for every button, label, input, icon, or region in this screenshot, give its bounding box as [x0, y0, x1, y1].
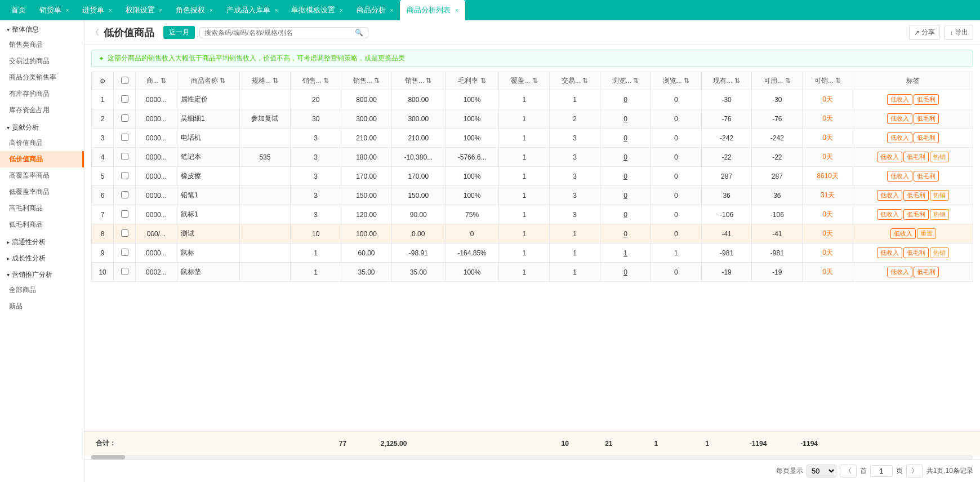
- sidebar-group-contribution[interactable]: ▾ 贡献分析: [0, 118, 84, 135]
- nav-sales[interactable]: 销货单 ×: [33, 0, 75, 20]
- nav-close-analysis-list[interactable]: ×: [455, 7, 458, 14]
- search-input[interactable]: [204, 29, 355, 37]
- row-select-checkbox[interactable]: [121, 191, 128, 198]
- sidebar-item-capital[interactable]: 库存资金占用: [0, 102, 84, 118]
- nav-product-analysis[interactable]: 商品分析 ×: [350, 0, 400, 20]
- nav-roles[interactable]: 角色授权 ×: [169, 0, 219, 20]
- search-icon[interactable]: 🔍: [355, 29, 363, 37]
- browse-link[interactable]: 0: [623, 192, 627, 200]
- sidebar-item-high-value[interactable]: 高价值商品: [0, 135, 84, 151]
- row-select-checkbox[interactable]: [121, 172, 128, 179]
- col-qty[interactable]: 销售... ⇅: [291, 72, 341, 90]
- col-checkbox[interactable]: [114, 72, 136, 90]
- browse-link[interactable]: 1: [623, 249, 627, 257]
- row-browse1[interactable]: 0: [600, 167, 651, 186]
- row-browse1[interactable]: 0: [600, 205, 651, 224]
- row-checkbox[interactable]: [114, 129, 136, 148]
- row-select-checkbox[interactable]: [121, 134, 128, 141]
- row-browse1[interactable]: 0: [600, 129, 651, 148]
- col-sale2[interactable]: 销售... ⇅: [391, 72, 445, 90]
- nav-close-sales[interactable]: ×: [66, 7, 69, 14]
- browse-link[interactable]: 0: [623, 153, 627, 161]
- col-tags[interactable]: 标签: [853, 72, 973, 90]
- row-checkbox[interactable]: [114, 263, 136, 282]
- per-page-select[interactable]: 50 20 100: [807, 465, 836, 477]
- col-browse1[interactable]: 浏览... ⇅: [600, 72, 651, 90]
- sidebar-item-category-rate[interactable]: 商品分类销售率: [0, 69, 84, 86]
- nav-home[interactable]: 首页: [5, 0, 33, 20]
- row-browse1[interactable]: 0: [600, 263, 651, 282]
- nav-purchase[interactable]: 进货单 ×: [75, 0, 118, 20]
- col-spec[interactable]: 规格... ⇅: [239, 72, 291, 90]
- col-gear[interactable]: ⚙: [92, 72, 114, 90]
- row-checkbox[interactable]: [114, 244, 136, 263]
- nav-template[interactable]: 单据模板设置 ×: [284, 0, 349, 20]
- share-button[interactable]: ↗ 分享: [909, 25, 940, 40]
- nav-permissions[interactable]: 权限设置 ×: [119, 0, 169, 20]
- sidebar-item-low-margin[interactable]: 低毛利商品: [0, 216, 84, 233]
- row-checkbox[interactable]: [114, 90, 136, 109]
- browse-link[interactable]: 0: [623, 173, 627, 180]
- row-checkbox[interactable]: [114, 186, 136, 205]
- select-all-checkbox[interactable]: [121, 77, 128, 84]
- col-code[interactable]: 商... ⇅: [135, 72, 177, 90]
- nav-close-analysis[interactable]: ×: [390, 7, 393, 14]
- browse-link[interactable]: 0: [623, 230, 627, 238]
- col-cover[interactable]: 覆盖... ⇅: [499, 72, 550, 90]
- col-avail[interactable]: 可用... ⇅: [752, 72, 803, 90]
- sidebar-item-traded-products[interactable]: 交易过的商品: [0, 53, 84, 69]
- row-checkbox[interactable]: [114, 109, 136, 129]
- row-browse1[interactable]: 0: [600, 186, 651, 205]
- row-select-checkbox[interactable]: [121, 114, 128, 122]
- row-select-checkbox[interactable]: [121, 210, 128, 218]
- sidebar-group-circulation[interactable]: ▸ 流通性分析: [0, 233, 84, 249]
- sidebar-item-sales-products[interactable]: 销售类商品: [0, 37, 84, 53]
- col-sale1[interactable]: 销售... ⇅: [341, 72, 392, 90]
- browse-link[interactable]: 0: [623, 268, 627, 276]
- sidebar-item-high-margin[interactable]: 高毛利商品: [0, 200, 84, 216]
- col-gross[interactable]: 毛利率 ⇅: [445, 72, 499, 90]
- nav-close-template[interactable]: ×: [340, 7, 343, 14]
- row-browse1[interactable]: 0: [600, 148, 651, 167]
- row-select-checkbox[interactable]: [121, 153, 128, 160]
- col-trade[interactable]: 交易... ⇅: [550, 72, 600, 90]
- nav-close-roles[interactable]: ×: [210, 7, 213, 14]
- row-select-checkbox[interactable]: [121, 95, 128, 103]
- row-checkbox[interactable]: [114, 205, 136, 224]
- nav-close-purchase[interactable]: ×: [109, 7, 112, 14]
- next-page-button[interactable]: 〉: [906, 465, 923, 477]
- col-name[interactable]: 商品名称 ⇅: [177, 72, 239, 90]
- sidebar-item-low-value[interactable]: 低价值商品: [0, 151, 84, 167]
- export-button[interactable]: ↓ 导出: [945, 25, 973, 40]
- row-select-checkbox[interactable]: [121, 268, 128, 275]
- sidebar-group-marketing[interactable]: ▾ 营销推广分析: [0, 266, 84, 282]
- scrollbar-thumb[interactable]: [91, 455, 125, 459]
- row-checkbox[interactable]: [114, 224, 136, 244]
- collapse-sidebar-button[interactable]: 《: [91, 28, 99, 38]
- sidebar-item-low-coverage[interactable]: 低覆盖率商品: [0, 184, 84, 200]
- sidebar-group-overall[interactable]: ▾ 整体信息: [0, 20, 84, 37]
- nav-product-stock[interactable]: 产成品入库单 ×: [220, 0, 284, 20]
- nav-close-permissions[interactable]: ×: [159, 7, 163, 14]
- col-stock[interactable]: 现有... ⇅: [701, 72, 752, 90]
- browse-link[interactable]: 0: [623, 134, 627, 142]
- nav-product-analysis-list[interactable]: 商品分析列表 ×: [400, 0, 465, 20]
- row-browse1[interactable]: 0: [600, 90, 651, 109]
- row-select-checkbox[interactable]: [121, 249, 128, 256]
- sidebar-group-growth[interactable]: ▸ 成长性分析: [0, 249, 84, 266]
- row-checkbox[interactable]: [114, 148, 136, 167]
- nav-close-product-stock[interactable]: ×: [275, 7, 278, 14]
- browse-link[interactable]: 0: [623, 96, 627, 104]
- browse-link[interactable]: 0: [623, 115, 627, 123]
- row-browse1[interactable]: 0: [600, 109, 651, 129]
- sidebar-item-new-products[interactable]: 新品: [0, 298, 84, 315]
- row-checkbox[interactable]: [114, 167, 136, 186]
- col-days[interactable]: 可销... ⇅: [803, 72, 853, 90]
- first-page-button[interactable]: 〈: [840, 465, 857, 477]
- row-browse1[interactable]: 1: [600, 244, 651, 263]
- browse-link[interactable]: 0: [623, 211, 627, 219]
- row-browse1[interactable]: 0: [600, 224, 651, 244]
- col-browse2[interactable]: 浏览... ⇅: [651, 72, 701, 90]
- page-number-input[interactable]: [870, 465, 893, 477]
- sidebar-item-high-coverage[interactable]: 高覆盖率商品: [0, 167, 84, 184]
